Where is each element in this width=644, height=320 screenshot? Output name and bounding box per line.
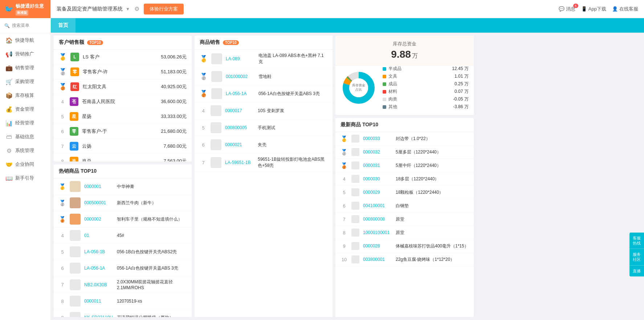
customer-avatar: 肖 xyxy=(70,157,78,161)
prod-thumbnail xyxy=(211,157,221,168)
online-service-btn[interactable]: 👤 在线客服 xyxy=(612,6,638,12)
new-product-name: 体械嘉枝味苏打饮品400毫升（1*15） xyxy=(396,243,469,249)
sidebar-label-guide: 新手引导 xyxy=(15,175,34,181)
prod-name: 056-1A白色按键开关盖ABS 3壳 xyxy=(258,91,327,97)
hot-product-item: 🥉 0000002 智利车子里（规格不知道填什么） xyxy=(54,211,192,227)
new-product-name: 5厘中纤（1220*2440） xyxy=(396,163,469,169)
sidebar-item-system[interactable]: ⚙ 系统管理 xyxy=(0,144,50,157)
float-service-btn[interactable]: 客服热线 服务社区 直播 xyxy=(629,233,644,276)
search-menu-btn[interactable]: 🔍 搜索菜单 xyxy=(4,21,46,30)
settings-icon[interactable]: ⚙ xyxy=(134,5,139,12)
new-products-header: 最新商品 TOP10 xyxy=(335,118,474,132)
customer-avatar: 红 xyxy=(70,82,79,91)
prod-code: 0000021 xyxy=(225,142,254,147)
customer-ranking-header: 客户销售额 TOP10 xyxy=(54,36,192,50)
customer-avatar: L xyxy=(70,53,79,61)
new-product-code: 0000028 xyxy=(363,243,392,249)
hot-medal-icon: 🥉 xyxy=(59,216,66,223)
legend-dot xyxy=(383,90,386,94)
customer-rank-item: 🥉 红 红太阳文具 40,925.00元 xyxy=(54,79,192,94)
legend-dot xyxy=(383,105,386,109)
donut-section: 库存资金 占比 半成品 12.45 万 文具 1.01 万 成品 0.25 万 … xyxy=(335,66,474,115)
product-name: 2.0X30MM双搓花轴搓花直径2.1MM/ROHS xyxy=(117,279,187,290)
sidebar-search-area[interactable]: 🔍 搜索菜单 xyxy=(0,18,50,33)
new-rank-num: 10 xyxy=(341,257,348,262)
operations-icon: 📊 xyxy=(6,120,12,126)
product-thumbnail-placeholder xyxy=(70,279,81,290)
product-rank-item: 5 000800005 手机测试 xyxy=(195,119,333,136)
legend-value: 1.01 万 xyxy=(455,73,469,79)
prod-medal-icon: 🥈 xyxy=(200,73,208,81)
new-rank-num: 4 xyxy=(341,176,348,182)
new-product-thumb xyxy=(351,161,359,169)
sidebar-label-operations: 经营管理 xyxy=(15,120,34,126)
float-customer-service[interactable]: 客服热线 xyxy=(629,233,644,249)
legend-label: 其他 xyxy=(388,104,451,110)
prod-thumbnail xyxy=(211,122,221,133)
float-live[interactable]: 直播 xyxy=(629,266,644,276)
new-product-item: 4 0000030 18多层（1220*2440） xyxy=(335,172,474,186)
customer-rank-item: 4 苍 苍南县人民医院 36,600.00元 xyxy=(54,94,192,109)
product-rank-item: 6 0000021 夹壳 xyxy=(195,136,333,153)
medal-icon: 🥉 xyxy=(59,83,67,91)
prod-thumbnail xyxy=(211,88,222,99)
new-product-item: 🥉 0000031 5厘中纤（1220*2440） xyxy=(335,159,474,172)
three-col-layout: 客户销售额 TOP10 🥇 L LS 客户 53,006.26元 🥈 零 零售客… xyxy=(51,33,477,320)
main-nav: 首页 xyxy=(51,18,644,33)
sidebar-item-collab[interactable]: 🤝 企业协同 xyxy=(0,157,50,171)
sidebar-item-operations[interactable]: 📊 经营管理 xyxy=(0,116,50,130)
customer-name: 云扬 xyxy=(82,143,160,149)
hot-product-item: 9 KK-SD22110H 花语萌恒温分腿睡袋（厚款） xyxy=(54,309,192,317)
legend-dot xyxy=(383,67,386,71)
product-code: 01 xyxy=(84,233,113,238)
customer-rank-item: 🥇 L LS 客户 53,006.26元 xyxy=(54,50,192,65)
new-product-code: 10000100001 xyxy=(363,230,392,235)
customer-name: 零售客户-许 xyxy=(83,69,157,75)
product-thumbnail-placeholder xyxy=(70,312,81,317)
marketing-icon: 📢 xyxy=(6,51,12,57)
sidebar-item-marketing[interactable]: 📢 营销推广 xyxy=(0,47,50,61)
sidebar-item-inventory[interactable]: 📦 库存核算 xyxy=(0,89,50,102)
product-thumbnail xyxy=(70,181,81,192)
prod-name: 10S 变刺罗浆 xyxy=(258,108,327,114)
trial-button[interactable]: 体验行业方案 xyxy=(144,4,184,15)
sidebar-item-purchase[interactable]: 🛒 采购管理 xyxy=(0,75,50,89)
sidebar-item-home[interactable]: 🏠 快捷导航 xyxy=(0,33,50,47)
customer-avatar: 星 xyxy=(70,112,78,121)
new-product-thumb xyxy=(351,175,359,183)
system-selector[interactable]: 装备及固定资产辅助管理系统 ▼ xyxy=(57,6,130,12)
legend-item: 其他 -3.86 万 xyxy=(383,104,469,110)
tab-home-label: 首页 xyxy=(58,22,68,29)
customer-amount: 21,680.00元 xyxy=(161,128,187,135)
inventory-header: 库存总资金 9.88 万 xyxy=(335,36,474,66)
service-icon: 👤 xyxy=(612,6,618,12)
customer-name: 苍南县人民医院 xyxy=(82,98,157,105)
product-code: 0000002 xyxy=(84,217,113,222)
legend-label: 肉类 xyxy=(388,96,451,102)
product-rank-item: 🥈 001000002 雪地鞋 xyxy=(195,68,333,85)
new-product-thumb xyxy=(351,135,359,143)
hot-medal-icon: 🥇 xyxy=(59,183,66,190)
prod-code: LA-59651-1B xyxy=(225,160,254,165)
sidebar-item-basics[interactable]: 🗃 基础信息 xyxy=(0,130,50,144)
product-rank-item: 7 LA-59651-1B 59651-1B旋转投影灯电池盒ABS黑色+58壳 xyxy=(195,153,333,172)
inventory-card: 库存总资金 9.88 万 xyxy=(335,36,474,115)
sidebar-item-sales[interactable]: 💼 销售管理 xyxy=(0,61,50,75)
new-product-name: 18多层（1220*2440） xyxy=(396,176,469,182)
mobile-icon: 📱 xyxy=(581,6,587,12)
product-rank-list: 🥇 LA-089 电池盖 LA-089 ABS本色+黑种 7.1克 🥈 0010… xyxy=(195,50,333,172)
col-mid: 商品销售 TOP10 🥇 LA-089 电池盖 LA-089 ABS本色+黑种 … xyxy=(195,36,333,317)
message-btn[interactable]: 💬 消息 6 xyxy=(559,6,575,12)
new-products-card: 最新商品 TOP10 🥇 0000033 封边带（1.0*22） 🥈 00000… xyxy=(335,118,474,317)
sidebar-item-guide[interactable]: 📖 新手引导 xyxy=(0,171,50,185)
sidebar-item-finance[interactable]: 💰 资金管理 xyxy=(0,102,50,116)
hot-products-card: 热销商品 TOP10 🥇 0000001 中华神膏 🥈 000500001 新西… xyxy=(54,164,192,317)
float-service-community[interactable]: 服务社区 xyxy=(629,249,644,266)
customer-amount: 40,925.00元 xyxy=(161,83,187,90)
tab-home[interactable]: 首页 xyxy=(51,18,76,33)
app-download-btn[interactable]: 📱 App下载 xyxy=(581,6,606,12)
sidebar-label-sales: 销售管理 xyxy=(15,65,34,71)
new-product-code: 0000033 xyxy=(363,136,392,141)
new-product-code: 0000032 xyxy=(363,149,392,155)
new-rank-num: 9 xyxy=(341,243,348,249)
